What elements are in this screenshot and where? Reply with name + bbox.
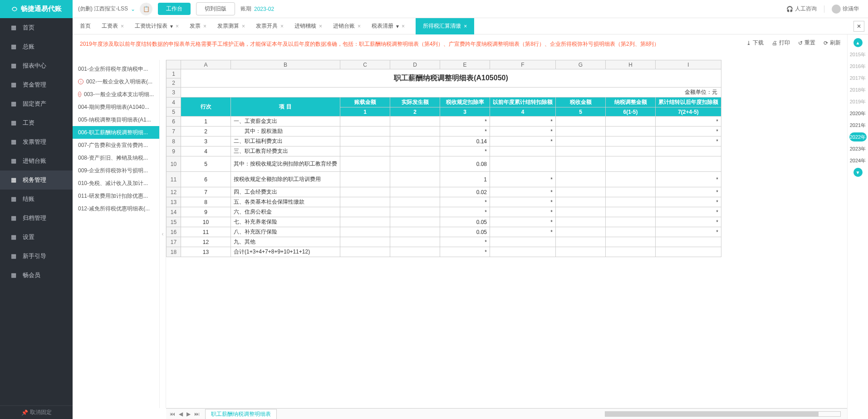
cell[interactable] (340, 146, 390, 156)
close-icon[interactable]: × (176, 23, 179, 29)
sheet-first-icon[interactable]: ⏮ (170, 411, 175, 417)
cell[interactable] (390, 156, 440, 172)
cell[interactable]: * (656, 227, 721, 237)
unpin-button[interactable]: 📌 取消固定 (0, 405, 73, 419)
cell[interactable] (390, 217, 440, 227)
company-selector[interactable]: (勿删) 江西报宝-LSS ⌄ (78, 5, 135, 13)
period-display[interactable]: 账期 2023-02 (240, 5, 274, 13)
tab-6[interactable]: 进销稽核× (294, 18, 322, 34)
refresh-button[interactable]: ⟳刷新 (824, 39, 841, 47)
cell[interactable] (390, 207, 440, 217)
cell[interactable]: * (490, 127, 556, 136)
year-2015年[interactable]: 2015年 (849, 50, 867, 59)
cell[interactable] (656, 146, 721, 156)
nav-item-13[interactable]: ▦畅会员 (0, 266, 73, 285)
close-icon[interactable]: × (319, 23, 322, 29)
cell[interactable] (490, 156, 556, 172)
cell[interactable] (656, 156, 721, 172)
cell[interactable] (390, 172, 440, 187)
cell[interactable] (606, 197, 656, 207)
cell[interactable]: * (656, 207, 721, 217)
print-button[interactable]: 🖨打印 (772, 39, 790, 47)
year-2024年[interactable]: 2024年 (849, 156, 867, 165)
nav-item-10[interactable]: ▦归档管理 (0, 209, 73, 228)
scroll-thumb[interactable] (605, 412, 819, 416)
cell[interactable] (490, 237, 556, 247)
nav-item-9[interactable]: ▦结账 (0, 190, 73, 209)
cell[interactable] (390, 237, 440, 247)
sheet-next-icon[interactable]: ▶ (186, 411, 191, 417)
splitter[interactable]: ‹ (160, 60, 166, 408)
close-icon[interactable]: × (242, 23, 245, 29)
year-2018年[interactable]: 2018年 (849, 85, 867, 94)
reset-button[interactable]: ↺重置 (798, 39, 815, 47)
cell[interactable] (340, 156, 390, 172)
tab-0[interactable]: 首页 (80, 18, 91, 34)
cell[interactable] (556, 156, 606, 172)
form-item-10[interactable]: 011-研发费用加计扣除优惠... (73, 190, 159, 202)
nav-item-1[interactable]: ▦总账 (0, 37, 73, 56)
form-item-11[interactable]: 012-减免所得税优惠明细表(... (73, 202, 159, 215)
cell[interactable] (556, 127, 606, 136)
cell[interactable]: * (440, 207, 490, 217)
cell[interactable]: * (656, 127, 721, 136)
cell[interactable] (606, 146, 656, 156)
cell[interactable]: * (440, 127, 490, 136)
cell[interactable] (606, 117, 656, 127)
cell[interactable] (556, 136, 606, 146)
cell[interactable] (390, 127, 440, 136)
cell[interactable]: * (490, 217, 556, 227)
cell[interactable] (390, 247, 440, 257)
cell[interactable] (490, 247, 556, 257)
cell[interactable] (606, 217, 656, 227)
cell[interactable] (606, 187, 656, 197)
cell[interactable] (556, 197, 606, 207)
sheet-tab[interactable]: 职工薪酬纳税调整明细表 (205, 409, 277, 419)
tab-8[interactable]: 税表清册▾× (372, 18, 405, 34)
tabs-close-button[interactable]: ✕ (853, 21, 864, 32)
cell[interactable] (390, 187, 440, 197)
close-icon[interactable]: × (280, 23, 284, 29)
cell[interactable] (556, 172, 606, 187)
cell[interactable] (606, 156, 656, 172)
cell[interactable]: 1 (440, 172, 490, 187)
cell[interactable]: * (440, 247, 490, 257)
cell[interactable] (606, 136, 656, 146)
form-item-7[interactable]: 008-资产折旧、摊销及纳税... (73, 151, 159, 164)
cell[interactable]: * (656, 117, 721, 127)
sheet-prev-icon[interactable]: ◀ (179, 411, 183, 417)
form-item-1[interactable]: !002-一般企业收入明细表(... (73, 75, 159, 88)
cell[interactable] (390, 227, 440, 237)
tab-2[interactable]: 工资统计报表▾× (135, 18, 179, 34)
cell[interactable]: * (490, 172, 556, 187)
cell[interactable] (656, 247, 721, 257)
cell[interactable]: * (490, 227, 556, 237)
cell[interactable] (556, 217, 606, 227)
nav-item-11[interactable]: ▦设置 (0, 228, 73, 247)
nav-item-2[interactable]: ▦报表中心 (0, 56, 73, 75)
cell[interactable]: 0.02 (440, 187, 490, 197)
sheet-hscroll[interactable] (605, 411, 841, 417)
cell[interactable] (340, 197, 390, 207)
form-item-5[interactable]: 006-职工薪酬纳税调整明细... (73, 126, 159, 139)
cell[interactable] (390, 136, 440, 146)
nav-item-7[interactable]: ▦进销台账 (0, 151, 73, 171)
cell[interactable]: * (490, 207, 556, 217)
cell[interactable] (656, 237, 721, 247)
cell[interactable] (490, 146, 556, 156)
cell[interactable] (340, 117, 390, 127)
cell[interactable] (556, 207, 606, 217)
cell[interactable] (340, 227, 390, 237)
close-icon[interactable]: × (121, 23, 124, 29)
cell[interactable] (340, 207, 390, 217)
cell[interactable]: * (656, 136, 721, 146)
workbench-button[interactable]: 工作台 (158, 3, 191, 15)
cell[interactable] (606, 237, 656, 247)
close-icon[interactable]: × (464, 23, 467, 29)
cell[interactable]: 0.05 (440, 227, 490, 237)
year-2019年[interactable]: 2019年 (849, 97, 867, 106)
cell[interactable]: * (440, 117, 490, 127)
year-2017年[interactable]: 2017年 (849, 73, 867, 83)
cell[interactable] (340, 136, 390, 146)
tab-5[interactable]: 发票开具× (256, 18, 284, 34)
